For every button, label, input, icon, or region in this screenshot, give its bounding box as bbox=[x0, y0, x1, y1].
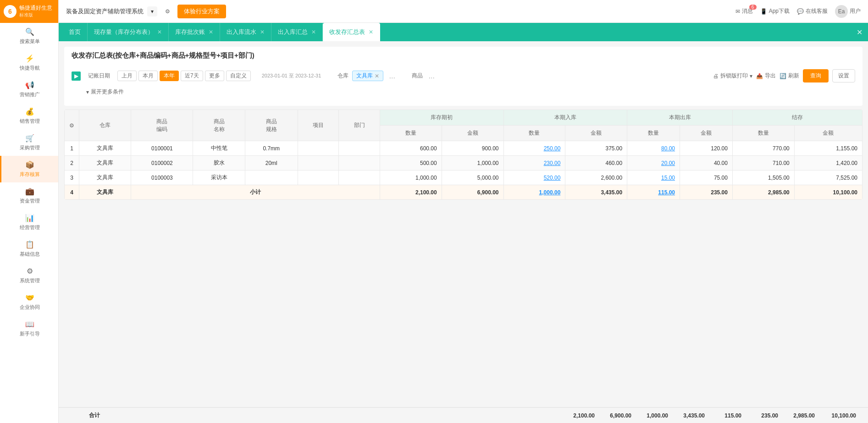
tab-close-3[interactable]: ✕ bbox=[260, 29, 265, 35]
cell-dept-1 bbox=[339, 156, 380, 170]
cell-project-2 bbox=[298, 170, 339, 185]
date-btn-last-month[interactable]: 上月 bbox=[117, 71, 137, 81]
date-buttons: 上月 本月 本年 近7天 更多 自定义 bbox=[117, 71, 251, 81]
cell-index-2: 3 bbox=[65, 170, 79, 185]
table-row: 2 文具库 0100002 胶水 20ml 500.00 1,000.00 23… bbox=[65, 156, 862, 170]
subtotal-in-amt: 3,435.00 bbox=[565, 185, 627, 200]
system-dropdown[interactable]: ▾ bbox=[147, 6, 157, 16]
print-icon: 🖨 bbox=[713, 73, 719, 79]
date-btn-this-year[interactable]: 本年 bbox=[160, 71, 179, 81]
sidebar-item-系统管理[interactable]: ⚙系统管理 bbox=[0, 262, 58, 289]
sidebar-icon-8: 📋 bbox=[25, 240, 34, 249]
refresh-button[interactable]: 🔄 刷新 bbox=[780, 69, 799, 82]
filter-settings-button[interactable]: 设置 bbox=[832, 69, 855, 82]
warehouse-label: 仓库 bbox=[337, 72, 348, 80]
messages-button[interactable]: ✉ 消息 6 bbox=[735, 7, 753, 15]
cell-name-0: 中性笔 bbox=[193, 141, 245, 156]
dropdown-arrow: ▾ bbox=[151, 8, 154, 15]
sidebar-item-采购管理[interactable]: 🛒采购管理 bbox=[0, 129, 58, 156]
sidebar: 6 畅捷通好生意 标准版 🔍搜索菜单⚡快捷导航📢营销推广💰销售管理🛒采购管理📦库… bbox=[0, 0, 59, 423]
tab-close-4[interactable]: ✕ bbox=[311, 29, 316, 35]
footer-bar: 合计 2,100.00 6,900.00 1,000.00 3,435.00 1… bbox=[59, 407, 868, 423]
date-btn-7days[interactable]: 近7天 bbox=[181, 71, 203, 81]
sidebar-item-搜索菜单[interactable]: 🔍搜索菜单 bbox=[0, 23, 58, 49]
sidebar-item-营销推广[interactable]: 📢营销推广 bbox=[0, 76, 58, 103]
cell-in-amt-2: 2,600.00 bbox=[565, 170, 627, 185]
date-btn-more[interactable]: 更多 bbox=[205, 71, 224, 81]
sidebar-item-库存核算[interactable]: 📦库存核算 bbox=[0, 156, 58, 182]
app-download-button[interactable]: 📱 App下载 bbox=[760, 7, 790, 15]
sidebar-label-2: 营销推广 bbox=[20, 91, 40, 98]
cell-in-qty-2[interactable]: 520.00 bbox=[503, 170, 565, 185]
footer-closing-amt: 10,100.00 bbox=[819, 412, 861, 419]
filter-row-1: ▶ 记账日期 上月 本月 本年 近7天 更多 自定义 2023-01-01 至 … bbox=[72, 69, 855, 82]
sidebar-icon-3: 💰 bbox=[25, 107, 34, 116]
tab-0[interactable]: 首页 bbox=[62, 23, 88, 41]
export-button[interactable]: 📤 导出 bbox=[756, 69, 776, 82]
online-service-label: 在线客服 bbox=[806, 7, 828, 15]
tab-3[interactable]: 出入库流水✕ bbox=[220, 23, 271, 41]
subtotal-out-qty[interactable]: 115.00 bbox=[627, 185, 680, 200]
date-btn-this-month[interactable]: 本月 bbox=[138, 71, 158, 81]
cell-opening-qty-2: 1,000.00 bbox=[380, 170, 442, 185]
cell-closing-qty-0: 770.00 bbox=[732, 141, 794, 156]
cell-out-qty-0[interactable]: 80.00 bbox=[627, 141, 680, 156]
tab-2[interactable]: 库存批次账✕ bbox=[169, 23, 220, 41]
col-opening-qty-header: 数量 bbox=[380, 126, 442, 141]
sidebar-item-新手引导[interactable]: 📖新手引导 bbox=[0, 315, 58, 342]
cell-out-qty-2[interactable]: 15.00 bbox=[627, 170, 680, 185]
col-goods-spec-header: 商品规格 bbox=[245, 110, 298, 141]
print-button[interactable]: 🖨 拆锁版打印 ▾ bbox=[713, 69, 752, 82]
tabbar-close-button[interactable]: ✕ bbox=[857, 28, 862, 37]
filter-collapse-button[interactable]: ▶ bbox=[72, 71, 81, 81]
tab-close-5[interactable]: ✕ bbox=[369, 29, 373, 35]
footer-totals: 2,100.00 6,900.00 1,000.00 3,435.00 115.… bbox=[563, 412, 861, 419]
cell-opening-amt-0: 900.00 bbox=[442, 141, 503, 156]
expand-button[interactable]: ▾ 展开更多条件 bbox=[83, 86, 855, 98]
sidebar-item-基础信息[interactable]: 📋基础信息 bbox=[0, 236, 58, 262]
goods-filter: 商品 … bbox=[412, 72, 435, 80]
tab-4[interactable]: 出入库汇总✕ bbox=[271, 23, 323, 41]
sidebar-icon-6: 💼 bbox=[25, 187, 34, 196]
cell-closing-amt-1: 1,420.00 bbox=[794, 156, 862, 170]
cell-in-qty-0[interactable]: 250.00 bbox=[503, 141, 565, 156]
tab-1[interactable]: 现存量（库存分布表）✕ bbox=[88, 23, 169, 41]
sidebar-icon-10: 🤝 bbox=[25, 293, 34, 302]
subtotal-warehouse: 文具库 bbox=[79, 185, 131, 200]
settings-icon[interactable]: ⚙ bbox=[161, 5, 174, 18]
user-menu[interactable]: Ea 用户 bbox=[835, 5, 861, 18]
trial-button[interactable]: 体验行业方案 bbox=[177, 5, 226, 18]
sidebar-item-企业协同[interactable]: 🤝企业协同 bbox=[0, 289, 58, 315]
footer-in-qty: 1,000.00 bbox=[636, 412, 673, 419]
sidebar-label-0: 搜索菜单 bbox=[20, 38, 40, 45]
warehouse-more-icon[interactable]: … bbox=[389, 72, 395, 80]
goods-more-icon[interactable]: … bbox=[428, 72, 435, 80]
print-label: 拆锁版打印 bbox=[720, 72, 748, 80]
footer-out-amt: 235.00 bbox=[746, 412, 783, 419]
sidebar-item-销售管理[interactable]: 💰销售管理 bbox=[0, 103, 58, 129]
sidebar-item-资金管理[interactable]: 💼资金管理 bbox=[0, 182, 58, 209]
cell-out-qty-1[interactable]: 20.00 bbox=[627, 156, 680, 170]
cell-in-qty-1[interactable]: 230.00 bbox=[503, 156, 565, 170]
user-label: 用户 bbox=[850, 7, 861, 15]
warehouse-tag-close[interactable]: ✕ bbox=[375, 73, 379, 79]
column-settings-icon[interactable]: ⚙ bbox=[69, 122, 74, 129]
col-in-header: 本期入库 bbox=[503, 110, 627, 126]
subtotal-in-qty[interactable]: 1,000.00 bbox=[503, 185, 565, 200]
online-service-button[interactable]: 💬 在线客服 bbox=[797, 7, 828, 15]
date-btn-custom[interactable]: 自定义 bbox=[226, 71, 251, 81]
warehouse-tag-text: 文具库 bbox=[356, 72, 373, 80]
filter-action-buttons: 🖨 拆锁版打印 ▾ 📤 导出 🔄 刷新 查询 设 bbox=[713, 69, 855, 82]
cell-code-0: 0100001 bbox=[131, 141, 193, 156]
sidebar-icon-0: 🔍 bbox=[25, 27, 34, 36]
tab-close-1[interactable]: ✕ bbox=[157, 29, 162, 35]
query-button[interactable]: 查询 bbox=[803, 69, 829, 82]
sidebar-label-3: 销售管理 bbox=[20, 118, 40, 125]
col-in-amt-header: 金额 bbox=[565, 126, 627, 141]
cell-project-1 bbox=[298, 156, 339, 170]
tab-5[interactable]: 收发存汇总表✕ bbox=[323, 23, 380, 41]
tab-close-2[interactable]: ✕ bbox=[209, 29, 213, 35]
sidebar-item-经营管理[interactable]: 📊经营管理 bbox=[0, 209, 58, 236]
logo-text-block: 畅捷通好生意 标准版 bbox=[19, 5, 52, 18]
sidebar-item-快捷导航[interactable]: ⚡快捷导航 bbox=[0, 49, 58, 76]
